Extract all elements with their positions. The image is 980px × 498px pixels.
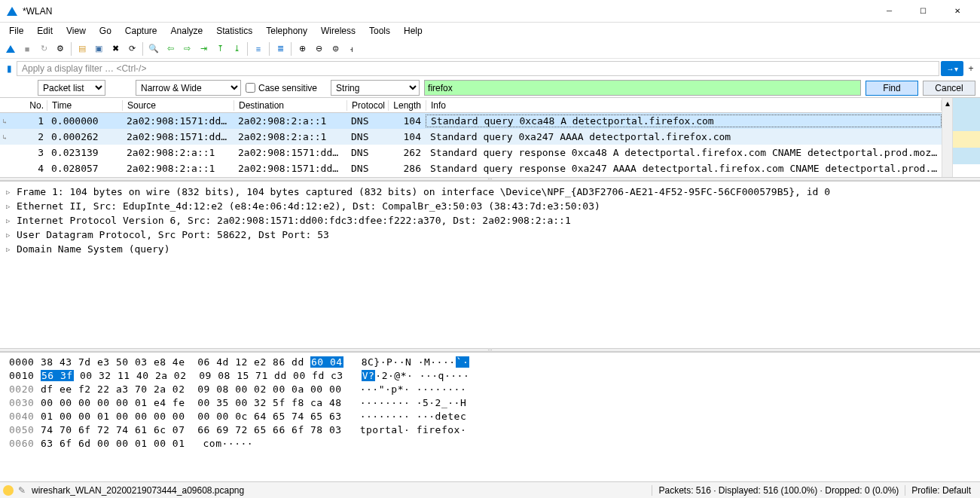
col-info[interactable]: Info	[426, 100, 942, 111]
menu-view[interactable]: View	[60, 24, 92, 38]
menu-help[interactable]: Help	[398, 24, 429, 38]
status-filename: wireshark_WLAN_20200219073444_a09608.pca…	[26, 485, 652, 496]
tree-item[interactable]: ▷User Datagram Protocol, Src Port: 58622…	[6, 228, 974, 242]
packet-list-scrollbar[interactable]: ▴	[942, 98, 952, 177]
find-scope-select[interactable]: Packet list	[38, 80, 105, 96]
packet-row[interactable]: 40.0280572a02:908:2:a::12a02:908:1571:dd…	[0, 160, 942, 176]
hex-row[interactable]: 000038 43 7d e3 50 03 e8 4e 06 4d 12 e2 …	[9, 356, 980, 369]
display-filter-input[interactable]	[17, 61, 939, 76]
col-length[interactable]: Length	[389, 100, 426, 111]
status-profile[interactable]: Profile: Default	[905, 485, 977, 496]
close-file-icon[interactable]: ✖	[108, 41, 123, 57]
col-source[interactable]: Source	[123, 100, 234, 111]
tree-item[interactable]: ▷Internet Protocol Version 6, Src: 2a02:…	[6, 213, 974, 228]
packet-list-pane: No. Time Source Destination Protocol Len…	[0, 97, 980, 177]
packet-list-header: No. Time Source Destination Protocol Len…	[0, 98, 942, 113]
find-input[interactable]	[424, 80, 861, 96]
autoscroll-icon[interactable]: ≡	[251, 41, 266, 57]
menu-analyze[interactable]: Analyze	[165, 24, 209, 38]
find-type-select[interactable]: String	[331, 80, 420, 96]
cancel-button[interactable]: Cancel	[923, 81, 975, 96]
menu-wireless[interactable]: Wireless	[315, 24, 362, 38]
menu-go[interactable]: Go	[93, 24, 118, 38]
menubar: File Edit View Go Capture Analyze Statis…	[0, 23, 980, 39]
stop-capture-icon[interactable]: ■	[20, 41, 35, 57]
packet-row[interactable]: 30.0231392a02:908:2:a::12a02:908:1571:dd…	[0, 145, 942, 160]
zoom-reset-icon[interactable]: ⊜	[328, 41, 343, 57]
prev-packet-icon[interactable]: ⇦	[163, 41, 178, 57]
hex-row[interactable]: 005074 70 6f 72 74 61 6c 07 66 69 72 65 …	[9, 423, 980, 437]
hex-row[interactable]: 003000 00 00 00 00 01 e4 fe 00 35 00 32 …	[9, 396, 980, 410]
display-filter-bar: ▮ →▾ +	[0, 59, 980, 78]
find-packet-icon[interactable]: 🔍	[146, 41, 161, 57]
restart-capture-icon[interactable]: ↻	[36, 41, 51, 57]
tree-item[interactable]: ▷Domain Name System (query)	[6, 242, 974, 256]
hex-row[interactable]: 006063 6f 6d 00 00 01 00 01com·····	[9, 437, 980, 451]
status-packet-counts: Packets: 516 · Displayed: 516 (100.0%) ·…	[652, 485, 905, 496]
apply-filter-button[interactable]: →▾	[941, 61, 963, 76]
case-sensitive-checkbox[interactable]: Case sensitive	[246, 83, 317, 93]
main-toolbar: ■ ↻ ⚙ ▤ ▣ ✖ ⟳ 🔍 ⇦ ⇨ ⇥ ⤒ ⤓ ≡ ≣ ⊕ ⊖ ⊜ ⫞	[0, 39, 980, 59]
packet-row[interactable]: ↳10.0000002a02:908:1571:dd…2a02:908:2:a:…	[0, 113, 942, 129]
window-title: *WLAN	[23, 6, 872, 17]
col-no[interactable]: No.	[10, 100, 47, 111]
menu-file[interactable]: File	[3, 24, 29, 38]
capture-file-properties-icon[interactable]: ✎	[18, 485, 26, 496]
start-capture-icon[interactable]	[3, 41, 18, 57]
col-protocol[interactable]: Protocol	[347, 100, 389, 111]
menu-statistics[interactable]: Statistics	[210, 24, 258, 38]
open-file-icon[interactable]: ▤	[75, 41, 90, 57]
col-time[interactable]: Time	[47, 100, 123, 111]
goto-packet-icon[interactable]: ⇥	[196, 41, 211, 57]
find-bar: Packet list Narrow & Wide Case sensitive…	[0, 78, 980, 97]
filter-bookmark-icon[interactable]: ▮	[3, 63, 15, 75]
colorize-icon[interactable]: ≣	[273, 41, 288, 57]
next-packet-icon[interactable]: ⇨	[179, 41, 194, 57]
intelligent-scrollbar[interactable]	[952, 98, 980, 177]
window-titlebar: *WLAN ─ ☐ ✕	[0, 0, 980, 23]
tree-item[interactable]: ▷Ethernet II, Src: EdupInte_4d:12:e2 (e8…	[6, 199, 974, 213]
col-destination[interactable]: Destination	[234, 100, 347, 111]
hex-row[interactable]: 0020df ee f2 22 a3 70 2a 02 09 08 00 02 …	[9, 383, 980, 396]
menu-capture[interactable]: Capture	[119, 24, 163, 38]
find-button[interactable]: Find	[866, 81, 918, 96]
resize-columns-icon[interactable]: ⫞	[344, 41, 359, 57]
last-packet-icon[interactable]: ⤓	[229, 41, 244, 57]
hex-row[interactable]: 001056 3f 00 32 11 40 2a 02 09 08 15 71 …	[9, 369, 980, 383]
minimize-button[interactable]: ─	[872, 0, 906, 23]
packet-row[interactable]: ↳20.0002622a02:908:1571:dd…2a02:908:2:a:…	[0, 129, 942, 145]
add-filter-button[interactable]: +	[965, 63, 977, 74]
expert-info-icon[interactable]	[3, 485, 14, 496]
packet-bytes-pane[interactable]: 000038 43 7d e3 50 03 e8 4e 06 4d 12 e2 …	[0, 352, 980, 463]
close-button[interactable]: ✕	[940, 0, 974, 23]
statusbar: ✎ wireshark_WLAN_20200219073444_a09608.p…	[0, 481, 980, 498]
save-file-icon[interactable]: ▣	[91, 41, 106, 57]
maximize-button[interactable]: ☐	[906, 0, 940, 23]
hex-row[interactable]: 004001 00 00 01 00 00 00 00 00 00 0c 64 …	[9, 410, 980, 423]
tree-item[interactable]: ▷Frame 1: 104 bytes on wire (832 bits), …	[6, 185, 974, 199]
menu-edit[interactable]: Edit	[31, 24, 59, 38]
zoom-in-icon[interactable]: ⊕	[295, 41, 310, 57]
menu-tools[interactable]: Tools	[363, 24, 396, 38]
capture-options-icon[interactable]: ⚙	[53, 41, 68, 57]
reload-icon[interactable]: ⟳	[124, 41, 139, 57]
first-packet-icon[interactable]: ⤒	[212, 41, 227, 57]
find-charset-select[interactable]: Narrow & Wide	[136, 80, 241, 96]
menu-telephony[interactable]: Telephony	[260, 24, 313, 38]
zoom-out-icon[interactable]: ⊖	[311, 41, 326, 57]
app-icon	[6, 5, 18, 17]
packet-details-pane[interactable]: ▷Frame 1: 104 bytes on wire (832 bits), …	[0, 181, 980, 348]
